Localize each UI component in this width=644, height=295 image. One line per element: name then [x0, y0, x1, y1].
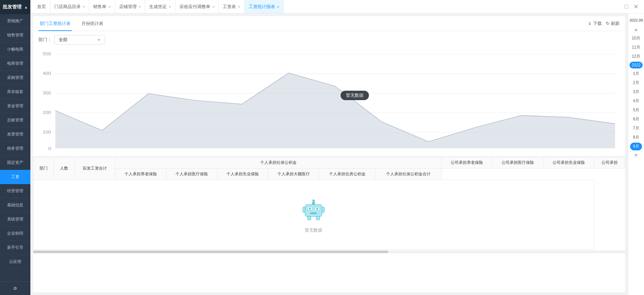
content-area: 部门工资统计表 月份统计表 ⇓ 下载 ↻ 刷新 — [30, 13, 644, 295]
sidebar-item-cloud[interactable]: 云应用 — [0, 255, 30, 269]
sidebar-item-marketing[interactable]: 营销推广 — [0, 14, 30, 28]
sidebar-item-purchase[interactable]: 采购管理 — [0, 71, 30, 85]
window-close-button[interactable]: ✕ — [632, 3, 640, 10]
timeline-item-3[interactable]: 3月 — [628, 87, 644, 96]
tab-bar: 首页 门店商品目录 × 销售单 × 店铺管理 × 生成凭证 × 应收应付调整单 … — [30, 0, 644, 13]
tab-close-sales-order[interactable]: × — [108, 5, 110, 9]
sub-tab-month[interactable]: 月份统计表 — [80, 16, 105, 31]
sidebar-item-guide[interactable]: 新手引导 — [0, 241, 30, 255]
timeline-item-2022[interactable]: 2022 — [629, 62, 643, 68]
dept-filter-select[interactable]: 全部 ▼ — [54, 35, 105, 45]
chevron-down-icon: ▼ — [97, 38, 101, 42]
tab-close-store-mgmt[interactable]: × — [139, 5, 141, 9]
sidebar-item-tax[interactable]: 税务管理 — [0, 142, 30, 156]
sub-tab-dept[interactable]: 部门工资统计表 — [38, 16, 72, 31]
timeline-panel: 2022.09 × ▲ 10月 11月 12月 2022 1月 2月 3月 4月… — [628, 13, 644, 295]
svg-rect-20 — [303, 207, 305, 212]
col-personal-group: 个人承担社保公积金 — [115, 157, 441, 169]
page-payroll-report: 部门工资统计表 月份统计表 ⇓ 下载 ↻ 刷新 — [33, 16, 625, 292]
col-personal-housing: 个人承担住房公积金 — [319, 169, 375, 180]
timeline-item-12[interactable]: 12月 — [628, 52, 644, 61]
timeline-up-arrow[interactable]: ▲ — [632, 25, 640, 34]
main-area: 首页 门店商品目录 × 销售单 × 店铺管理 × 生成凭证 × 应收应付调整单 … — [30, 0, 644, 295]
refresh-button[interactable]: ↻ 刷新 — [606, 21, 620, 27]
tab-close-receivable[interactable]: × — [212, 5, 214, 9]
svg-point-16 — [316, 208, 318, 210]
sub-tab-actions: ⇓ 下载 ↻ 刷新 — [588, 21, 620, 27]
sub-tab-bar: 部门工资统计表 月份统计表 ⇓ 下载 ↻ 刷新 — [33, 16, 625, 31]
download-button[interactable]: ⇓ 下载 — [588, 21, 602, 27]
empty-state: 暂无数据 — [37, 183, 590, 247]
tab-home[interactable]: 首页 — [33, 0, 50, 13]
dept-filter-value: 全部 — [59, 37, 68, 43]
tab-bar-end: □ ✕ — [623, 3, 641, 10]
empty-text: 暂无数据 — [305, 227, 322, 233]
col-company-other: 公司承担 — [594, 157, 625, 169]
chart-area: 500 400 300 200 100 0 — [33, 49, 625, 156]
filter-row: 部门： 全部 ▼ — [33, 31, 625, 49]
timeline-item-8[interactable]: 8月 — [628, 133, 644, 142]
sidebar-settings[interactable]: ⚙ — [0, 282, 30, 295]
tab-payroll-report[interactable]: 工资统计报表 × — [245, 0, 284, 13]
col-personal-total: 个人承担社保公积金合计 — [375, 169, 441, 180]
window-restore-button[interactable]: □ — [623, 3, 629, 10]
tab-close-payroll-table[interactable]: × — [238, 5, 240, 9]
sidebar-item-inventory[interactable]: 库存核算 — [0, 85, 30, 99]
tab-cert[interactable]: 生成凭证 × — [145, 0, 175, 13]
timeline-item-4[interactable]: 4月 — [628, 96, 644, 106]
sidebar-item-ecommerce-small[interactable]: 小畅电商 — [0, 42, 30, 57]
sidebar-item-operation[interactable]: 经营管理 — [0, 184, 30, 198]
sidebar-item-basic[interactable]: 基础信息 — [0, 198, 30, 212]
timeline-item-9[interactable]: 9月 — [630, 143, 642, 150]
tab-payroll-table[interactable]: 工资表 × — [219, 0, 244, 13]
col-company-pension: 公司承担养老保险 — [441, 157, 492, 169]
sidebar-title: 批发管理 — [3, 4, 22, 10]
payroll-table: 部门 人数 应发工资合计 个人承担社保公积金 公司承担养老保险 公司承担医疗保险… — [33, 157, 625, 250]
tab-close-payroll-report[interactable]: × — [277, 5, 279, 9]
download-icon: ⇓ — [588, 21, 592, 26]
svg-text:500: 500 — [43, 51, 51, 56]
col-personal-unemployment: 个人承担失业保险 — [217, 169, 268, 180]
sidebar-item-ledger[interactable]: 总账管理 — [0, 113, 30, 127]
col-personal-big-medical: 个人承担大额医疗 — [268, 169, 319, 180]
svg-text:100: 100 — [43, 129, 51, 135]
sidebar-item-payroll[interactable]: 工资 — [0, 170, 30, 184]
svg-text:0: 0 — [48, 146, 51, 151]
tab-close-cert[interactable]: × — [169, 5, 171, 9]
table-area[interactable]: 部门 人数 应发工资合计 个人承担社保公积金 公司承担养老保险 公司承担医疗保险… — [33, 156, 625, 292]
svg-rect-22 — [307, 216, 311, 220]
svg-rect-23 — [316, 216, 320, 220]
tab-store-mgmt[interactable]: 店铺管理 × — [115, 0, 145, 13]
tab-catalog[interactable]: 门店商品目录 × — [50, 0, 89, 13]
sidebar-item-assets[interactable]: 固定资产 — [0, 156, 30, 170]
timeline-year-label: 2022.09 — [629, 18, 643, 22]
sidebar-item-ecommerce[interactable]: 电商管理 — [0, 57, 30, 71]
tab-sales-order[interactable]: 销售单 × — [89, 0, 115, 13]
empty-state-cell: 暂无数据 — [33, 180, 594, 250]
sidebar-header[interactable]: 批发管理 ▲ — [0, 0, 30, 14]
col-personal-pension: 个人承担养老保险 — [115, 169, 166, 180]
svg-point-15 — [309, 208, 311, 210]
svg-point-19 — [312, 199, 315, 202]
timeline-down-arrow[interactable]: ▼ — [632, 151, 640, 160]
sidebar-item-sales[interactable]: 销售管理 — [0, 28, 30, 42]
empty-robot-icon — [300, 196, 327, 223]
timeline-item-7[interactable]: 7月 — [628, 124, 644, 133]
sidebar-item-system[interactable]: 系统管理 — [0, 212, 30, 227]
sidebar-item-invoice[interactable]: 发票管理 — [0, 127, 30, 142]
sidebar-item-finance[interactable]: 资金管理 — [0, 99, 30, 113]
tab-receivable[interactable]: 应收应付调整单 × — [176, 0, 219, 13]
timeline-item-1[interactable]: 1月 — [628, 69, 644, 78]
svg-text:400: 400 — [43, 71, 51, 76]
tab-close-catalog[interactable]: × — [83, 5, 85, 9]
timeline-item-2[interactable]: 2月 — [628, 78, 644, 87]
dept-filter-label: 部门： — [38, 37, 52, 43]
sidebar-item-enterprise[interactable]: 企业协同 — [0, 227, 30, 241]
refresh-icon: ↻ — [606, 21, 610, 26]
timeline-item-5[interactable]: 5月 — [628, 106, 644, 115]
sidebar-collapse-arrow: ▲ — [24, 5, 28, 9]
svg-rect-12 — [305, 205, 322, 216]
timeline-item-10[interactable]: 10月 — [628, 34, 644, 43]
timeline-item-6[interactable]: 6月 — [628, 115, 644, 124]
timeline-item-11[interactable]: 11月 — [628, 43, 644, 52]
